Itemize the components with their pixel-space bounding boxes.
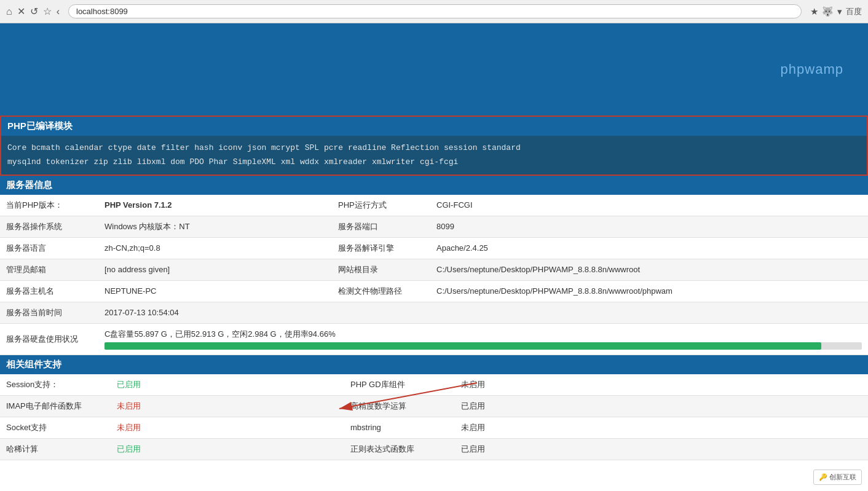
label-email: 管理员邮箱 [0,259,98,280]
url-bar[interactable] [68,4,802,18]
label-webroot: 网站根目录 [332,259,430,280]
disk-info-cell: C盘容量55.897 G，已用52.913 G，空闲2.984 G，使用率94.… [98,323,868,355]
label-empty [332,302,430,323]
comp-value-gd: 未启用 [455,374,868,396]
value-email: [no address given] [98,259,332,280]
table-row: 服务器主机名 NEPTUNE-PC 检测文件物理路径 C:/Users/nept… [0,280,868,302]
comp-label-socket: Socket支持 [0,417,111,438]
component-row: Socket支持 未启用 mbstring 未启用 [0,417,868,438]
browser-toolbar: ★ 🐺 ▾ 百度 [810,6,862,17]
table-row: 当前PHP版本： PHP Version 7.1.2 PHP运行方式 CGI-F… [0,195,868,216]
comp-label-gd: PHP GD库组件 [344,374,455,396]
table-row: 服务器当前时间 2017-07-13 10:54:04 [0,302,868,323]
page-content: phpwamp PHP已编译模块 Core bcmath calendar ct… [0,23,868,460]
user-icon[interactable]: 🐺 [822,6,834,17]
php-modules-title: PHP已编译模块 [7,120,73,131]
label-disk: 服务器硬盘使用状况 [0,323,98,355]
label-filepath: 检测文件物理路径 [332,280,430,302]
header-banner: phpwamp [0,23,868,116]
label-engine: 服务器解译引擎 [332,237,430,259]
label-run-mode: PHP运行方式 [332,195,430,216]
label-os: 服务器操作系统 [0,216,98,237]
comp-label-math: 高精度数学运算 [344,395,455,417]
table-row: 服务器语言 zh-CN,zh;q=0.8 服务器解译引擎 Apache/2.4.… [0,237,868,259]
value-engine: Apache/2.4.25 [430,237,868,259]
component-row: 哈稀计算 已启用 正则表达式函数库 已启用 [0,438,868,460]
comp-label-regex: 正则表达式函数库 [344,438,455,460]
value-hostname: NEPTUNE-PC [98,280,332,302]
comp-value-math: 已启用 [455,395,868,417]
value-run-mode: CGI-FCGI [430,195,868,216]
components-title: 相关组件支持 [6,359,61,369]
comp-label-hash: 哈稀计算 [0,438,111,460]
php-modules-content: Core bcmath calendar ctype date filter h… [1,136,867,175]
value-php-version: PHP Version 7.1.2 [98,195,332,216]
php-modules-header: PHP已编译模块 [1,117,867,136]
site-title: phpwamp [781,61,843,77]
label-php-version: 当前PHP版本： [0,195,98,216]
components-wrapper: Session支持： 已启用 PHP GD库组件 未启用 IMAP电子邮件函数库… [0,374,868,460]
value-filepath: C:/Users/neptune/Desktop/PHPWAMP_8.8.8.8… [430,280,868,302]
back-icon[interactable]: ↺ [30,6,38,17]
comp-value-mbstring: 未启用 [455,417,868,438]
star-icon[interactable]: ☆ [43,6,52,17]
server-info-header: 服务器信息 [0,176,868,195]
table-row: 管理员邮箱 [no address given] 网站根目录 C:/Users/… [0,259,868,280]
table-row: 服务器操作系统 Windows 内核版本：NT 服务器端口 8099 [0,216,868,237]
comp-label-imap: IMAP电子邮件函数库 [0,395,111,417]
comp-value-imap: 未启用 [111,395,344,417]
php-modules-section: PHP已编译模块 Core bcmath calendar ctype date… [0,116,868,176]
value-time: 2017-07-13 10:54:04 [98,302,332,323]
value-webroot: C:/Users/neptune/Desktop/PHPWAMP_8.8.8.8… [430,259,868,280]
disk-progress-container [105,342,862,350]
component-row: IMAP电子邮件函数库 未启用 高精度数学运算 已启用 [0,395,868,417]
modules-line2: mysqlnd tokenizer zip zlib libxml dom PD… [7,155,861,169]
value-os: Windows 内核版本：NT [98,216,332,237]
components-header: 相关组件支持 [0,355,868,374]
components-table: Session支持： 已启用 PHP GD库组件 未启用 IMAP电子邮件函数库… [0,374,868,460]
comp-value-socket: 未启用 [111,417,344,438]
dropdown-icon[interactable]: ▾ [837,6,842,17]
label-port: 服务器端口 [332,216,430,237]
value-port: 8099 [430,216,868,237]
disk-progress-bar [105,342,821,350]
bookmark-icon[interactable]: ★ [810,6,818,17]
value-empty [430,302,868,323]
component-row: Session支持： 已启用 PHP GD库组件 未启用 [0,374,868,396]
table-row-disk: 服务器硬盘使用状况 C盘容量55.897 G，已用52.913 G，空闲2.98… [0,323,868,355]
browser-chrome: ⌂ ✕ ↺ ☆ ‹ ★ 🐺 ▾ 百度 [0,0,868,23]
comp-label-mbstring: mbstring [344,417,455,438]
search-engine-label[interactable]: 百度 [846,6,862,17]
disk-text: C盘容量55.897 G，已用52.913 G，空闲2.984 G，使用率94.… [105,329,862,340]
close-icon[interactable]: ✕ [17,6,25,17]
home-icon[interactable]: ⌂ [6,6,12,17]
value-lang: zh-CN,zh;q=0.8 [98,237,332,259]
modules-line1: Core bcmath calendar ctype date filter h… [7,141,861,155]
comp-label-session: Session支持： [0,374,111,396]
comp-value-regex: 已启用 [455,438,868,460]
label-hostname: 服务器主机名 [0,280,98,302]
label-time: 服务器当前时间 [0,302,98,323]
server-info-table: 当前PHP版本： PHP Version 7.1.2 PHP运行方式 CGI-F… [0,195,868,355]
comp-value-session: 已启用 [111,374,344,396]
server-info-title: 服务器信息 [6,179,52,190]
comp-value-hash: 已启用 [111,438,344,460]
label-lang: 服务器语言 [0,237,98,259]
left-icon[interactable]: ‹ [57,6,60,17]
